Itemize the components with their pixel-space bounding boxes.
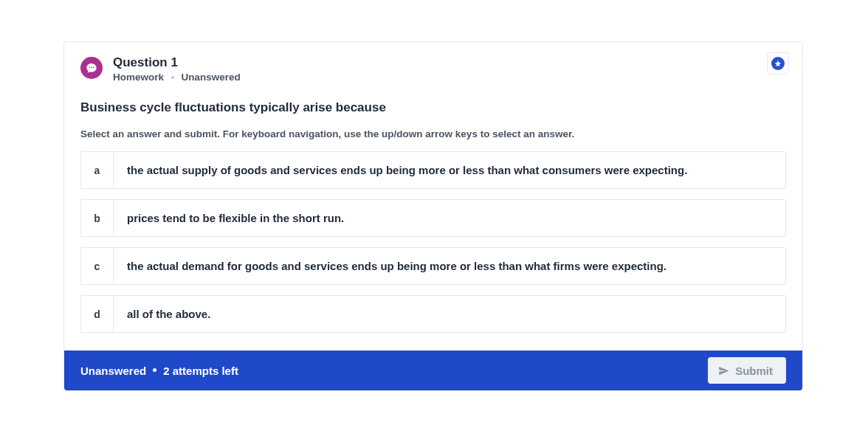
answer-choice[interactable]: d all of the above. (80, 295, 786, 333)
choice-text: the actual supply of goods and services … (114, 152, 785, 188)
question-stem: Business cycle fluctuations typically ar… (64, 89, 802, 120)
choice-key: c (81, 248, 114, 284)
question-category: Homework (113, 72, 164, 83)
answer-choice[interactable]: a the actual supply of goods and service… (80, 151, 786, 189)
bookmark-button[interactable] (767, 52, 789, 75)
choice-text: prices tend to be flexible in the short … (114, 200, 785, 236)
question-card: Question 1 Homework Unanswered Business … (63, 41, 803, 391)
question-status: Unanswered (182, 72, 241, 83)
question-meta: Homework Unanswered (113, 72, 786, 83)
footer-status-text: Unanswered (80, 365, 146, 377)
submit-button-label: Submit (735, 365, 773, 377)
answer-choice[interactable]: c the actual demand for goods and servic… (80, 247, 786, 285)
choice-text: the actual demand for goods and services… (114, 248, 785, 284)
dot-separator-icon (153, 368, 156, 372)
star-icon (771, 57, 785, 70)
meta-separator-icon (171, 76, 174, 79)
choice-text: all of the above. (114, 296, 785, 332)
choice-key: b (81, 200, 114, 236)
choice-key: d (81, 296, 114, 332)
answer-choice[interactable]: b prices tend to be flexible in the shor… (80, 199, 786, 237)
footer-attempts: 2 attempts left (163, 365, 238, 377)
question-header: Question 1 Homework Unanswered (64, 42, 802, 89)
paper-plane-icon (718, 365, 729, 376)
question-footer: Unanswered 2 attempts left Submit (64, 351, 802, 390)
footer-status: Unanswered 2 attempts left (80, 365, 238, 377)
choice-key: a (81, 152, 114, 188)
chat-bubble-icon (80, 57, 103, 79)
question-instructions: Select an answer and submit. For keyboar… (64, 120, 802, 142)
question-title: Question 1 (113, 55, 786, 70)
submit-button[interactable]: Submit (708, 357, 786, 384)
answer-choices: a the actual supply of goods and service… (64, 142, 802, 351)
title-block: Question 1 Homework Unanswered (113, 55, 786, 83)
